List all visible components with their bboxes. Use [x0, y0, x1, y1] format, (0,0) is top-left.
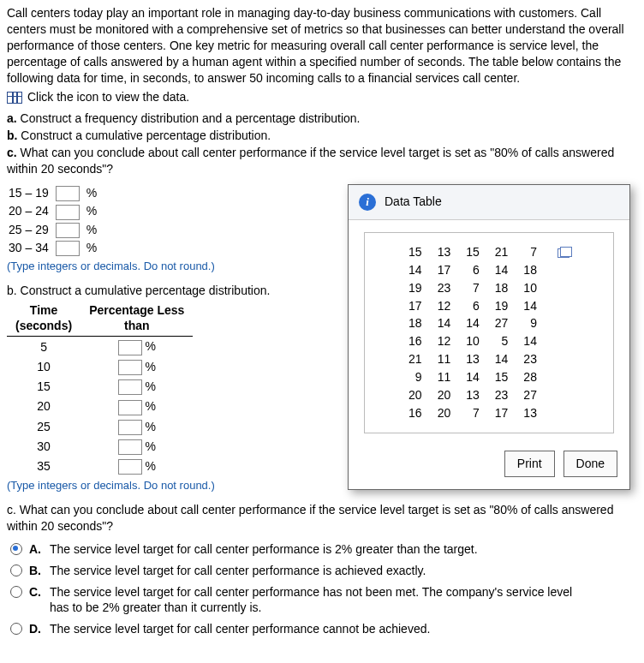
- view-data-text: Click the icon to view the data.: [27, 89, 189, 105]
- table-row: 30 %: [7, 437, 193, 457]
- question-list: a. Construct a frequency distribution an…: [7, 110, 637, 177]
- cum-input[interactable]: [118, 439, 142, 455]
- data-table-popup: i Data Table 151315217 141761418 1923718…: [348, 184, 630, 490]
- data-grid: 151315217 141761418 192371810 171261914 …: [364, 232, 614, 433]
- freq-input[interactable]: [56, 241, 80, 256]
- choice-a[interactable]: A.The service level target for call cent…: [7, 541, 637, 558]
- popup-header: i Data Table: [349, 185, 629, 220]
- freq-input[interactable]: [56, 223, 80, 238]
- print-button[interactable]: Print: [504, 451, 555, 477]
- cumulative-table: Time(seconds) Percentage Lessthan 5 % 10…: [7, 301, 193, 477]
- table-row: 30 – 34 %: [7, 239, 102, 257]
- intro-paragraph: Call centers today play an important rol…: [7, 5, 637, 86]
- part-b-text: Construct a cumulative percentage distri…: [21, 128, 271, 142]
- info-icon: i: [359, 194, 376, 211]
- table-row: 15 %: [7, 377, 193, 397]
- hint-a: (Type integers or decimals. Do not round…: [7, 259, 358, 274]
- table-row: 10 %: [7, 357, 193, 377]
- radio-icon[interactable]: [10, 623, 22, 635]
- radio-icon[interactable]: [10, 564, 22, 576]
- frequency-table: 15 – 19 % 20 – 24 % 25 – 29 % 30 – 34 %: [7, 184, 102, 257]
- view-data-row[interactable]: Click the icon to view the data.: [7, 89, 637, 105]
- freq-input[interactable]: [56, 186, 80, 201]
- part-a-text: Construct a frequency distribution and a…: [21, 111, 361, 125]
- radio-icon[interactable]: [10, 586, 22, 598]
- cum-head-pct: Percentage Lessthan: [80, 301, 193, 337]
- done-button[interactable]: Done: [564, 451, 617, 477]
- freq-input[interactable]: [56, 205, 80, 220]
- part-c-text: What can you conclude about call center …: [7, 146, 614, 176]
- table-row: 35 %: [7, 457, 193, 476]
- cum-input[interactable]: [118, 400, 142, 415]
- table-icon: [7, 92, 22, 104]
- cum-input[interactable]: [118, 360, 142, 375]
- radio-icon[interactable]: [10, 543, 22, 555]
- section-b-lead: b. Construct a cumulative percentage dis…: [7, 283, 358, 299]
- choice-b[interactable]: B.The service level target for call cent…: [7, 563, 637, 579]
- cum-head-time: Time(seconds): [7, 301, 80, 337]
- table-row: 20 – 24 %: [7, 202, 102, 220]
- popup-title: Data Table: [385, 194, 442, 210]
- choice-c[interactable]: C.The service level target for call cent…: [7, 584, 637, 617]
- cum-input[interactable]: [118, 379, 142, 395]
- cum-input[interactable]: [118, 340, 142, 355]
- multiple-choice: A.The service level target for call cent…: [7, 541, 637, 637]
- table-row: 20 %: [7, 397, 193, 416]
- copy-icon[interactable]: [558, 248, 569, 258]
- cum-input[interactable]: [118, 420, 142, 435]
- table-row: 5 %: [7, 337, 193, 357]
- table-row: 15 – 19 %: [7, 184, 102, 202]
- section-c-lead: c. What can you conclude about call cent…: [7, 502, 637, 535]
- choice-d[interactable]: D.The service level target for call cent…: [7, 621, 637, 637]
- cum-input[interactable]: [118, 459, 142, 475]
- table-row: 25 – 29 %: [7, 221, 102, 239]
- table-row: 25 %: [7, 417, 193, 437]
- hint-b: (Type integers or decimals. Do not round…: [7, 478, 358, 493]
